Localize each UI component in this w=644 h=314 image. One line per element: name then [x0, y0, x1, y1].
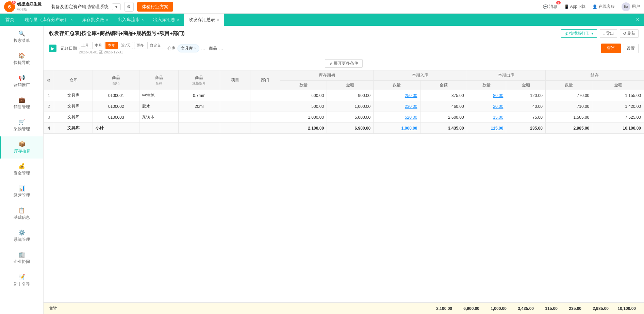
tab-in-out-flow[interactable]: 出入库流水 ×: [113, 14, 148, 26]
refresh-icon: ↺: [623, 31, 626, 36]
cell-subtotal-out-qty[interactable]: 115.00: [467, 123, 506, 134]
filter-toggle-btn[interactable]: ▶: [49, 45, 56, 52]
tab-in-out-summary[interactable]: 出入库汇总 ×: [148, 14, 184, 26]
export-btn[interactable]: ↓ 导出: [600, 29, 617, 38]
sales-icon: 💼: [18, 97, 25, 103]
cell-subtotal-close-amt: 10,100.00: [592, 123, 644, 134]
sidebar-item-enterprise[interactable]: 🏢 企业协同: [0, 247, 43, 269]
settings-icon-btn[interactable]: ⚙: [124, 2, 134, 12]
tab-home[interactable]: 首页: [0, 14, 20, 26]
table-container: ⚙ 仓库 商品编码 商品名称 商品规格型号 项目 部门 库存期初 本期入库 本期…: [44, 70, 644, 134]
sidebar-item-marketing[interactable]: 📢 营销推广: [0, 70, 43, 92]
th-out-group: 本期出库: [467, 70, 545, 81]
cell-out-qty-2[interactable]: 20.00: [467, 101, 506, 112]
sidebar-item-quick-nav[interactable]: 🏠 快捷导航: [0, 48, 43, 70]
cell-subtotal-in-qty[interactable]: 1,000.00: [374, 123, 420, 134]
operations-icon: 📊: [18, 185, 25, 192]
table-header-row-1: ⚙ 仓库 商品编码 商品名称 商品规格型号 项目 部门 库存期初 本期入库 本期…: [44, 70, 644, 81]
cell-open-amt-3: 5,000.00: [327, 112, 374, 123]
system-dropdown-btn[interactable]: ▼: [112, 3, 121, 10]
date-btn-this-year[interactable]: 本年: [105, 42, 118, 49]
cell-num-1: 1: [44, 90, 54, 101]
expand-conditions-bar: ∨ 展开更多条件: [44, 57, 644, 70]
cell-in-qty-2[interactable]: 230.00: [374, 101, 420, 112]
app-download-action[interactable]: 📱 App下载: [564, 4, 585, 10]
sidebar-item-sales[interactable]: 💼 销售管理: [0, 92, 43, 114]
th-settings[interactable]: ⚙: [44, 70, 54, 90]
sidebar-item-system[interactable]: ⚙️ 系统管理: [0, 225, 43, 247]
cell-spec-2: 20ml: [178, 101, 220, 112]
top-header: 6 6 畅捷通好生意 标准版 装备及固定资产辅助管理系统 ▼ ⚙ 体验行业方案 …: [0, 0, 644, 14]
date-btn-last-month[interactable]: 上月: [79, 42, 91, 49]
tab-batch-accounts[interactable]: 库存批次账 ×: [77, 14, 113, 26]
page-title: 收发存汇总表(按仓库+商品编码+商品+规格型号+项目+部门): [49, 30, 185, 37]
date-btn-7days[interactable]: 近7天: [119, 42, 133, 49]
page-top-bar: 收发存汇总表(按仓库+商品编码+商品+规格型号+项目+部门) 🖨 按模板打印 ▼…: [44, 26, 644, 40]
warehouse-tag-remove[interactable]: ×: [194, 46, 196, 50]
cell-dept-2: [250, 101, 280, 112]
sidebar-item-purchase[interactable]: 🛒 采购管理: [0, 114, 43, 136]
th-project: 项目: [220, 70, 250, 90]
th-spec: 商品规格型号: [178, 70, 220, 90]
sidebar-item-guide[interactable]: 📝 新手引导: [0, 269, 43, 291]
th-out-qty: 数量: [467, 81, 506, 90]
goods-more-btn[interactable]: ...: [219, 46, 223, 51]
total-in-qty: 1,000.00: [482, 306, 509, 311]
sidebar-item-inventory[interactable]: 📦 库存核算: [0, 136, 43, 159]
warehouse-label: 仓库: [167, 46, 176, 51]
header-actions: 💬 消息 6 📱 App下载 👤 在线客服 Ea 用户: [543, 2, 640, 11]
tab-close-inventory-dist[interactable]: ×: [70, 18, 72, 22]
refresh-btn[interactable]: ↺ 刷新: [620, 29, 639, 38]
th-close-amt: 金额: [592, 81, 644, 90]
sidebar-item-finance[interactable]: 💰 资金管理: [0, 159, 43, 181]
th-warehouse: 仓库: [54, 70, 93, 90]
tab-close-summary[interactable]: ×: [177, 18, 179, 22]
goods-label: 商品: [209, 46, 217, 51]
message-icon: 💬: [543, 4, 548, 9]
expand-conditions-btn[interactable]: ∨ 展开更多条件: [325, 59, 363, 68]
cell-close-amt-1: 1,155.00: [592, 90, 644, 101]
print-btn[interactable]: 🖨 按模板打印 ▼: [561, 29, 597, 38]
user-area[interactable]: Ea 用户: [622, 2, 640, 11]
date-btn-custom[interactable]: 自定义: [147, 42, 163, 49]
message-action[interactable]: 💬 消息 6: [543, 4, 557, 10]
trial-button[interactable]: 体验行业方案: [137, 2, 173, 12]
date-btn-more[interactable]: 更多: [134, 42, 146, 49]
query-button[interactable]: 查询: [601, 44, 621, 53]
cell-subtotal-in-amt: 3,435.00: [420, 123, 467, 134]
cell-out-qty-1[interactable]: 80.00: [467, 90, 506, 101]
sidebar-item-operations[interactable]: 📊 经营管理: [0, 181, 43, 203]
cell-subtotal-close-qty: 2,985.00: [546, 123, 592, 134]
tab-inventory-dist[interactable]: 现存量（库存分布表） ×: [20, 14, 77, 26]
cell-out-qty-3[interactable]: 15.00: [467, 112, 506, 123]
chevron-down-expand-icon: ∨: [329, 61, 332, 66]
cell-close-amt-2: 1,420.00: [592, 101, 644, 112]
chevron-down-icon: ▼: [591, 32, 594, 35]
cell-close-qty-1: 770.00: [546, 90, 592, 101]
tab-receive-summary[interactable]: 收发存汇总表 ×: [184, 14, 224, 26]
warehouse-more-btn[interactable]: ...: [201, 46, 205, 51]
cell-subtotal-empty3: [220, 123, 250, 134]
online-service-action[interactable]: 👤 在线客服: [592, 4, 615, 10]
cell-open-amt-1: 900.00: [327, 90, 374, 101]
th-opening-group: 库存期初: [280, 70, 373, 81]
tab-close-receive[interactable]: ×: [217, 18, 219, 22]
cell-subtotal-empty1: [139, 123, 178, 134]
sidebar-item-search[interactable]: 🔍 搜索菜单: [0, 26, 43, 48]
cell-open-qty-2: 500.00: [280, 101, 327, 112]
tab-close-window[interactable]: ×: [631, 17, 644, 23]
tab-close-batch[interactable]: ×: [106, 18, 108, 22]
settings-small-button[interactable]: 设置: [623, 44, 639, 53]
tab-close-flow[interactable]: ×: [142, 18, 144, 22]
sidebar-item-basic[interactable]: 📋 基础信息: [0, 203, 43, 225]
cell-in-qty-3[interactable]: 520.00: [374, 112, 420, 123]
main-content: 收发存汇总表(按仓库+商品编码+商品+规格型号+项目+部门) 🖨 按模板打印 ▼…: [44, 26, 644, 314]
warehouse-tag[interactable]: 文具库 ×: [178, 45, 199, 52]
total-label: 合计: [49, 305, 117, 311]
table-settings-icon[interactable]: ⚙: [47, 78, 51, 83]
cell-in-qty-1[interactable]: 250.00: [374, 90, 420, 101]
date-btn-this-month[interactable]: 本月: [92, 42, 104, 49]
system-title-text: 装备及固定资产辅助管理系统: [51, 4, 109, 10]
cell-num-2: 2: [44, 101, 54, 112]
date-btns-row: 上月 本月 本年 近7天 更多 自定义: [79, 42, 163, 49]
